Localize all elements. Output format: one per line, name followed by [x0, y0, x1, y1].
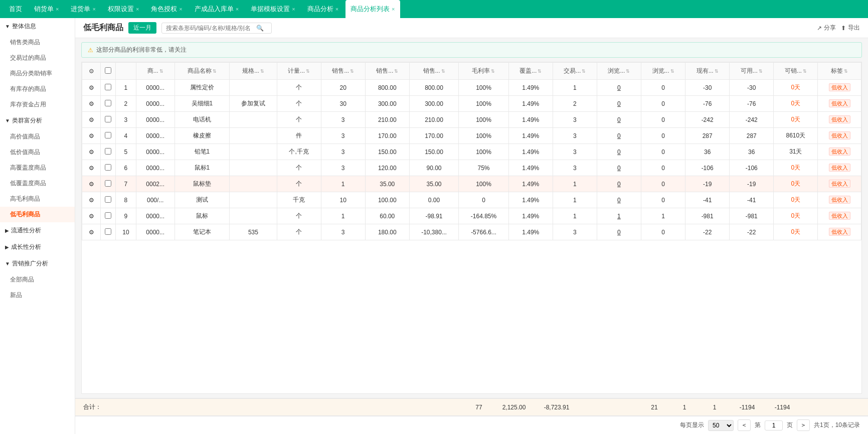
row-checkbox-input[interactable]	[105, 196, 111, 203]
nav-home[interactable]: 首页	[4, 0, 27, 18]
row-view1[interactable]: 0	[597, 112, 641, 128]
row-settings[interactable]: ⚙	[82, 176, 101, 192]
sidebar-item-all-goods[interactable]: 全部商品	[0, 272, 75, 287]
row-settings[interactable]: ⚙	[82, 112, 101, 128]
close-icon[interactable]: ×	[92, 6, 95, 12]
row-view1[interactable]: 0	[597, 192, 641, 208]
col-sale-amount[interactable]: 销售...⇅	[409, 63, 458, 80]
sidebar-item-stock-capital[interactable]: 库存资金占用	[0, 97, 75, 112]
col-saleable[interactable]: 可销...⇅	[774, 63, 818, 80]
nav-role-auth[interactable]: 角色授权 ×	[146, 0, 187, 18]
row-checkbox[interactable]	[101, 160, 116, 176]
row-view1[interactable]: 0	[597, 160, 641, 176]
sidebar-group-overall[interactable]: ▼ 整体信息	[0, 18, 75, 35]
row-checkbox-input[interactable]	[105, 180, 111, 187]
row-checkbox[interactable]	[101, 96, 116, 112]
col-view2[interactable]: 浏览...⇅	[641, 63, 685, 80]
sidebar-item-new-goods[interactable]: 新品	[0, 287, 75, 303]
row-checkbox-input[interactable]	[105, 212, 111, 219]
next-page-button[interactable]: ＞	[797, 419, 810, 431]
search-input[interactable]	[166, 25, 256, 32]
row-settings[interactable]: ⚙	[82, 80, 101, 96]
row-checkbox-input[interactable]	[105, 164, 111, 171]
sidebar-item-in-stock[interactable]: 有库存的商品	[0, 81, 75, 97]
row-checkbox[interactable]	[101, 176, 116, 192]
row-checkbox-input[interactable]	[105, 132, 111, 138]
sidebar-item-category-rate[interactable]: 商品分类助销率	[0, 66, 75, 81]
sidebar-item-low-coverage[interactable]: 低覆盖度商品	[0, 176, 75, 191]
prev-page-button[interactable]: ＜	[738, 419, 751, 431]
row-settings[interactable]: ⚙	[82, 96, 101, 112]
col-sale-qty[interactable]: 销售...⇅	[321, 63, 365, 80]
row-settings[interactable]: ⚙	[82, 208, 101, 224]
col-name[interactable]: 商品名称⇅	[175, 63, 230, 80]
col-trade[interactable]: 交易...⇅	[553, 63, 597, 80]
row-settings[interactable]: ⚙	[82, 192, 101, 208]
table-container[interactable]: ⚙ 商...⇅ 商品名称⇅ 规格...⇅ 计量...⇅ 销售...⇅ 销售...…	[81, 62, 862, 394]
nav-permission[interactable]: 权限设置 ×	[103, 0, 144, 18]
sidebar-item-high-coverage[interactable]: 高覆盖度商品	[0, 160, 75, 176]
row-view1[interactable]: 0	[597, 224, 641, 240]
sidebar-item-low-margin[interactable]: 低毛利商品	[0, 207, 75, 222]
row-settings[interactable]: ⚙	[82, 144, 101, 160]
row-checkbox-input[interactable]	[105, 148, 111, 155]
row-checkbox[interactable]	[101, 192, 116, 208]
col-checkbox[interactable]	[101, 63, 116, 80]
col-tag[interactable]: 标签⇅	[818, 63, 861, 80]
export-button[interactable]: ⬆ 导出	[841, 24, 860, 32]
nav-goods-analysis-list[interactable]: 商品分析列表 ×	[345, 0, 400, 18]
row-checkbox-input[interactable]	[105, 116, 111, 122]
current-page-input[interactable]	[765, 420, 783, 430]
sidebar-group-flow[interactable]: ▶ 流通性分析	[0, 222, 75, 239]
row-checkbox-input[interactable]	[105, 84, 111, 90]
col-settings[interactable]: ⚙	[82, 63, 101, 80]
nav-sales-order[interactable]: 销货单 ×	[29, 0, 64, 18]
row-settings[interactable]: ⚙	[82, 224, 101, 240]
nav-template-setting[interactable]: 单据模板设置 ×	[246, 0, 300, 18]
sidebar-item-high-margin[interactable]: 高毛利商品	[0, 191, 75, 207]
close-icon[interactable]: ×	[179, 6, 182, 12]
col-coverage[interactable]: 覆盖...⇅	[508, 63, 553, 80]
row-checkbox-input[interactable]	[105, 100, 111, 106]
close-icon[interactable]: ×	[236, 6, 239, 12]
sidebar-item-high-value[interactable]: 高价值商品	[0, 129, 75, 144]
row-settings[interactable]: ⚙	[82, 128, 101, 144]
search-icon[interactable]: 🔍	[256, 25, 264, 32]
close-icon[interactable]: ×	[136, 6, 139, 12]
row-settings[interactable]: ⚙	[82, 160, 101, 176]
sidebar-item-traded-goods[interactable]: 交易过的商品	[0, 50, 75, 66]
col-code[interactable]: 商...⇅	[136, 63, 175, 80]
close-icon[interactable]: ×	[335, 6, 338, 12]
nav-goods-analysis[interactable]: 商品分析 ×	[302, 0, 343, 18]
row-checkbox[interactable]	[101, 112, 116, 128]
nav-purchase-order[interactable]: 进货单 ×	[66, 0, 100, 18]
row-checkbox-input[interactable]	[105, 228, 111, 235]
close-icon[interactable]: ×	[56, 6, 59, 12]
close-icon[interactable]: ×	[292, 6, 295, 12]
row-checkbox[interactable]	[101, 208, 116, 224]
col-view1[interactable]: 浏览...⇅	[597, 63, 641, 80]
col-unit[interactable]: 计量...⇅	[277, 63, 321, 80]
period-button[interactable]: 近一月	[128, 22, 156, 34]
sidebar-group-marketing[interactable]: ▼ 营销推广分析	[0, 255, 75, 272]
row-view1[interactable]: 1	[597, 208, 641, 224]
col-stock[interactable]: 现有...⇅	[685, 63, 730, 80]
row-checkbox[interactable]	[101, 128, 116, 144]
row-view1[interactable]: 0	[597, 80, 641, 96]
row-view1[interactable]: 0	[597, 128, 641, 144]
row-view1[interactable]: 0	[597, 96, 641, 112]
row-view1[interactable]: 0	[597, 144, 641, 160]
row-view1[interactable]: 0	[597, 176, 641, 192]
close-icon[interactable]: ×	[392, 6, 395, 12]
sidebar-group-cluster[interactable]: ▼ 类群富分析	[0, 112, 75, 129]
sidebar-item-low-value[interactable]: 低价值商品	[0, 144, 75, 160]
select-all-checkbox[interactable]	[105, 67, 111, 74]
sidebar-group-growth[interactable]: ▶ 成长性分析	[0, 239, 75, 255]
col-spec[interactable]: 规格...⇅	[230, 63, 277, 80]
row-checkbox[interactable]	[101, 224, 116, 240]
page-size-select[interactable]: 50 100 200	[708, 420, 734, 431]
col-sale-price[interactable]: 销售...⇅	[365, 63, 409, 80]
row-checkbox[interactable]	[101, 80, 116, 96]
row-checkbox[interactable]	[101, 144, 116, 160]
sidebar-item-sales-goods[interactable]: 销售类商品	[0, 35, 75, 50]
